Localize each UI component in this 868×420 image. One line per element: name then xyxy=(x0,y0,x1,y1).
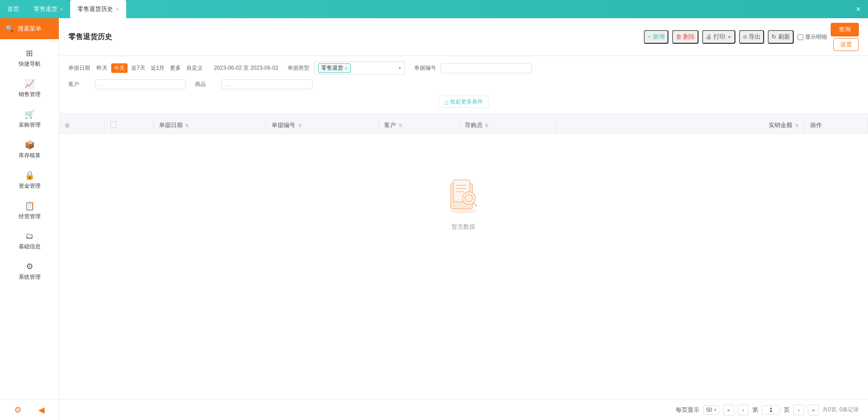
sidebar-items: ⊞ 快捷导航 📈 销售管理 🛒 采购管理 📦 库存核算 🔒 资金管理 📋 xyxy=(0,39,59,399)
th-amount-label: 实销金额 xyxy=(769,122,792,128)
delete-button[interactable]: 🗑 删除 xyxy=(672,30,699,44)
table-area: ⚙ 单据日期 ⇅ 单据编号 ⇅ xyxy=(59,118,868,399)
show-detail-checkbox[interactable] xyxy=(797,34,803,40)
type-tag-close[interactable]: × xyxy=(345,66,348,71)
sidebar-item-finance[interactable]: 🔒 资金管理 xyxy=(0,165,59,195)
collapse-button[interactable]: △ 收起更多条件 xyxy=(438,96,489,108)
page-prev-button[interactable]: ‹ xyxy=(738,405,749,415)
th-guide[interactable]: 导购员 ⇅ xyxy=(459,118,555,133)
finance-icon: 🔒 xyxy=(25,170,35,180)
number-filter-input[interactable] xyxy=(441,63,532,73)
tab-home[interactable]: 首页 xyxy=(0,0,26,18)
show-detail-label[interactable]: 显示明细 xyxy=(797,33,827,41)
th-date[interactable]: 单据日期 ⇅ xyxy=(153,118,266,133)
purchase-mgmt-icon: 🛒 xyxy=(25,109,35,119)
print-dropdown-icon[interactable]: ▼ xyxy=(727,35,732,40)
sidebar-item-system[interactable]: ⚙ 系统管理 xyxy=(0,256,59,287)
sidebar-item-inventory[interactable]: 📦 库存核算 xyxy=(0,134,59,165)
print-button-label: 🖨 打印 xyxy=(706,33,725,41)
date-filter-group: 单据日期 昨天 今天 近7天 近1月 更多 自定义 xyxy=(68,63,205,73)
empty-state-row: 暂无数据 xyxy=(59,133,868,268)
filter-row-1: 单据日期 昨天 今天 近7天 近1月 更多 自定义 2023-06-02 至 2… xyxy=(68,61,859,75)
print-button[interactable]: 🖨 打印 ▼ xyxy=(702,30,735,44)
collapse-area: △ 收起更多条件 xyxy=(68,94,859,108)
sidebar-item-operations[interactable]: 📋 经营管理 xyxy=(0,195,59,226)
sidebar-item-base-info[interactable]: 🗂 基础信息 xyxy=(0,226,59,256)
main-layout: 🔍 搜索菜单 ⊞ 快捷导航 📈 销售管理 🛒 采购管理 📦 库存核算 🔒 xyxy=(0,18,868,420)
delete-button-label: 🗑 删除 xyxy=(676,33,695,41)
tab-retail-return-history-label: 零售退货历史 xyxy=(77,5,113,13)
empty-state: 暂无数据 xyxy=(59,133,868,267)
goods-filter-group: 商品 ... xyxy=(195,79,313,89)
page-last-button[interactable]: » xyxy=(808,405,819,415)
svg-line-8 xyxy=(473,203,477,206)
svg-point-0 xyxy=(450,208,477,214)
tab-home-label: 首页 xyxy=(7,5,19,13)
table-body: 暂无数据 xyxy=(59,133,868,268)
th-date-label: 单据日期 xyxy=(159,122,183,128)
page-size-select[interactable]: 50 ▾ xyxy=(703,405,719,415)
select-all-checkbox[interactable] xyxy=(110,122,117,128)
tab-retail-return-history[interactable]: 零售退货历史 × xyxy=(70,0,126,18)
date-opt-7days[interactable]: 近7天 xyxy=(129,63,147,73)
tab-retail-return-close[interactable]: × xyxy=(60,6,63,12)
sidebar-item-finance-label: 资金管理 xyxy=(19,182,41,190)
tab-retail-return-history-close[interactable]: × xyxy=(116,6,118,12)
goods-filter-select[interactable]: ... xyxy=(221,79,313,89)
date-opt-today[interactable]: 今天 xyxy=(111,63,128,73)
th-customer[interactable]: 客户 ⇅ xyxy=(379,118,459,133)
system-icon: ⚙ xyxy=(26,261,33,271)
type-select-arrow-icon: ▾ xyxy=(399,66,401,71)
base-info-icon: 🗂 xyxy=(26,231,34,241)
date-options: 昨天 今天 近7天 近1月 更多 自定义 xyxy=(95,63,205,73)
collapse-up-icon: △ xyxy=(444,99,448,105)
empty-state-cell: 暂无数据 xyxy=(59,133,868,268)
page-header: 零售退货历史 + 新增 🗑 删除 🖨 打印 ▼ ⊙ 导出 ↻ 刷新 xyxy=(59,18,868,56)
page-next-button[interactable]: › xyxy=(793,405,804,415)
number-filter-label: 单据编号 xyxy=(414,64,437,72)
date-opt-custom[interactable]: 自定义 xyxy=(185,63,205,73)
setting-button[interactable]: 设置 xyxy=(833,38,859,51)
th-number[interactable]: 单据编号 ⇅ xyxy=(266,118,379,133)
th-customer-label: 客户 xyxy=(384,122,396,128)
date-opt-more[interactable]: 更多 xyxy=(168,63,183,73)
sidebar-item-sales-mgmt[interactable]: 📈 销售管理 xyxy=(0,73,59,104)
table-header: ⚙ 单据日期 ⇅ 单据编号 ⇅ xyxy=(59,118,868,133)
page-unit-label: 页 xyxy=(784,406,790,414)
page-number-input[interactable] xyxy=(762,405,780,415)
query-setting-area: 查询 设置 xyxy=(831,23,859,51)
sidebar-item-purchase-mgmt[interactable]: 🛒 采购管理 xyxy=(0,104,59,134)
goods-filter-label: 商品 xyxy=(195,81,218,88)
export-button-label: ⊙ 导出 xyxy=(743,33,761,41)
customer-sort-icon: ⇅ xyxy=(399,123,402,128)
page-size-label: 每页显示 xyxy=(676,406,699,414)
page-first-button[interactable]: « xyxy=(723,405,734,415)
pagination-bar: 每页显示 50 ▾ « ‹ 第 页 › » 共0页, 0条记录 xyxy=(59,399,868,420)
refresh-button[interactable]: ↻ 刷新 xyxy=(768,30,794,44)
settings-bottom-icon[interactable]: ⚙ xyxy=(14,405,21,415)
collapse-button-label: 收起更多条件 xyxy=(450,98,483,106)
filter-area: 单据日期 昨天 今天 近7天 近1月 更多 自定义 2023-06-02 至 2… xyxy=(59,56,868,114)
type-filter-select[interactable]: 零售退货 × ▾ xyxy=(314,61,405,75)
type-filter-tag: 零售退货 × xyxy=(318,63,351,73)
date-opt-1month[interactable]: 近1月 xyxy=(149,63,167,73)
new-button[interactable]: + 新增 xyxy=(644,30,668,44)
sidebar-search-label: 搜索菜单 xyxy=(18,25,41,33)
sidebar-item-quick-nav[interactable]: ⊞ 快捷导航 xyxy=(0,43,59,73)
sidebar-item-system-label: 系统管理 xyxy=(19,273,41,281)
sales-mgmt-icon: 📈 xyxy=(25,79,35,89)
sidebar-search[interactable]: 🔍 搜索菜单 xyxy=(0,18,59,39)
column-gear-icon[interactable]: ⚙ xyxy=(65,122,70,129)
th-amount[interactable]: 实销金额 ⇅ xyxy=(555,118,804,133)
customer-filter-label: 客户 xyxy=(68,81,91,88)
export-button[interactable]: ⊙ 导出 xyxy=(739,30,765,44)
date-opt-yesterday[interactable]: 昨天 xyxy=(95,63,109,73)
number-filter-group: 单据编号 xyxy=(414,63,532,73)
customer-filter-select[interactable]: ... xyxy=(95,79,186,89)
window-close-button[interactable]: × xyxy=(848,5,868,14)
query-button[interactable]: 查询 xyxy=(831,23,859,36)
operations-icon: 📋 xyxy=(25,201,35,211)
tab-retail-return[interactable]: 零售退货 × xyxy=(26,0,70,18)
collapse-sidebar-icon[interactable]: ◀ xyxy=(38,405,45,415)
th-number-label: 单据编号 xyxy=(272,122,295,128)
